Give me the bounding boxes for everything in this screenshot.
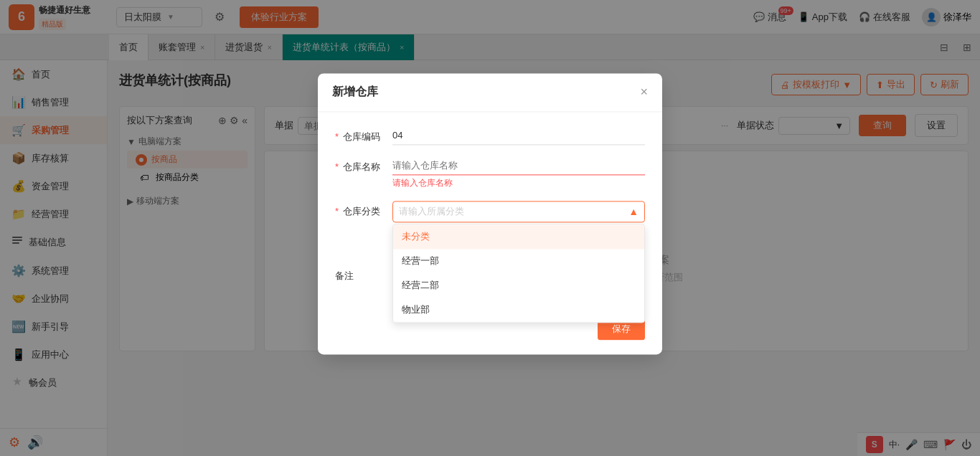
category-arrow-icon: ▲ xyxy=(628,206,639,217)
name-label: * 仓库名称 xyxy=(335,156,392,174)
category-select-box[interactable]: 请输入所属分类 ▲ xyxy=(392,201,645,222)
dropdown-item-property[interactable]: 物业部 xyxy=(393,298,644,322)
category-label: * 仓库分类 xyxy=(335,201,392,218)
dropdown-item-uncategorized[interactable]: 未分类 xyxy=(393,224,644,249)
notes-label: 备注 xyxy=(335,265,392,282)
code-label: * 仓库编码 xyxy=(335,126,392,143)
category-field: 请输入所属分类 ▲ 未分类 经营一部 经营二部 物业部 xyxy=(392,201,645,222)
dropdown-item-dept2[interactable]: 经营二部 xyxy=(393,273,644,298)
category-dropdown: 未分类 经营一部 经营二部 物业部 xyxy=(392,224,645,323)
dropdown-item-dept1[interactable]: 经营一部 xyxy=(393,249,644,273)
code-field xyxy=(392,126,645,145)
modal-body: * 仓库编码 * 仓库名称 请输入仓库名称 * 仓库分类 xyxy=(318,112,662,310)
new-warehouse-modal: 新增仓库 × * 仓库编码 * 仓库名称 请输入仓库名称 xyxy=(318,73,662,354)
name-error-msg: 请输入仓库名称 xyxy=(392,177,645,189)
name-input[interactable] xyxy=(392,156,645,175)
name-field: 请输入仓库名称 xyxy=(392,156,645,189)
modal-close-btn[interactable]: × xyxy=(640,85,648,100)
modal-header: 新增仓库 × xyxy=(318,73,662,112)
code-input[interactable] xyxy=(392,126,645,145)
form-row-category: * 仓库分类 请输入所属分类 ▲ 未分类 经营一部 经营二部 物业部 xyxy=(335,201,645,222)
form-row-name: * 仓库名称 请输入仓库名称 xyxy=(335,156,645,189)
form-row-code: * 仓库编码 xyxy=(335,126,645,145)
modal-title: 新增仓库 xyxy=(332,85,378,100)
